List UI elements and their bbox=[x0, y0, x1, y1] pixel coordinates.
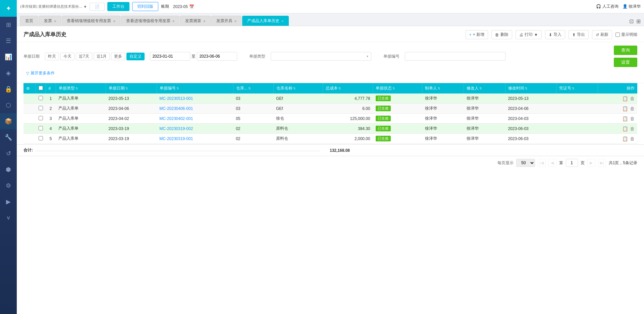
refresh-btn[interactable]: ↺ 刷新 bbox=[592, 30, 612, 39]
row-number-link[interactable]: MC-20230319-001 bbox=[159, 136, 193, 141]
switch-btn[interactable]: 切到旧版 bbox=[132, 2, 158, 11]
tab-check-input-close[interactable]: × bbox=[172, 19, 174, 23]
page-number-input[interactable] bbox=[566, 159, 578, 167]
row-delete-icon[interactable]: 🗑 bbox=[630, 106, 635, 111]
custom-date-btn[interactable]: 自定义 bbox=[126, 53, 145, 60]
tab-product-inbound-close[interactable]: × bbox=[281, 19, 283, 23]
sidebar-item-tools[interactable]: 🔧 bbox=[0, 129, 17, 145]
last1month-btn[interactable]: 近1月 bbox=[94, 53, 110, 60]
show-detail-checkbox[interactable] bbox=[615, 33, 620, 37]
row-delete-icon[interactable]: 🗑 bbox=[630, 126, 635, 131]
import-btn[interactable]: ⬇ 导入 bbox=[545, 30, 565, 39]
row-checkbox-cell[interactable] bbox=[36, 93, 46, 104]
row-checkbox[interactable] bbox=[39, 136, 43, 140]
th-checkbox[interactable] bbox=[36, 83, 46, 93]
last-page-btn[interactable]: ▶| bbox=[598, 159, 606, 167]
th-status[interactable]: 单据状态⇅ bbox=[373, 83, 422, 93]
date-from-input[interactable] bbox=[150, 52, 190, 61]
yesterday-btn[interactable]: 昨天 bbox=[45, 53, 59, 60]
number-filter-input[interactable] bbox=[405, 52, 505, 61]
sidebar-item-refresh[interactable]: ↺ bbox=[0, 145, 17, 162]
row-checkbox[interactable] bbox=[39, 106, 43, 110]
row-edit-icon[interactable]: 📋 bbox=[622, 136, 628, 141]
th-total-cost[interactable]: 总成本⇅ bbox=[323, 83, 373, 93]
row-edit-icon[interactable]: 📋 bbox=[622, 116, 628, 121]
next-page-btn[interactable]: ▶ bbox=[587, 159, 595, 167]
th-warehouse-name[interactable]: 仓库名称⇅ bbox=[273, 83, 323, 93]
tab-check-sales-close[interactable]: × bbox=[113, 19, 115, 23]
row-delete-icon[interactable]: 🗑 bbox=[630, 96, 635, 101]
th-creator[interactable]: 制单人⇅ bbox=[422, 83, 464, 93]
tab-product-inbound[interactable]: 产成品入库单历史 × bbox=[242, 16, 288, 26]
tab-invoice-calc[interactable]: 发票测算 × bbox=[180, 16, 210, 26]
th-date[interactable]: 单据日期⇅ bbox=[106, 83, 157, 93]
row-edit-icon[interactable]: 📋 bbox=[622, 126, 628, 131]
sidebar-item-settings[interactable]: ⚙ bbox=[0, 178, 17, 194]
row-number-link[interactable]: MC-20230402-001 bbox=[159, 116, 193, 121]
sidebar-item-version[interactable]: V bbox=[0, 210, 17, 226]
sidebar-item-video[interactable]: ▶ bbox=[0, 194, 17, 210]
row-number-link[interactable]: MC-20230406-001 bbox=[159, 106, 193, 111]
new-btn[interactable]: + + 新增 bbox=[466, 30, 488, 39]
tab-invoice-open-close[interactable]: × bbox=[234, 19, 236, 23]
app-logo[interactable]: ✦ bbox=[0, 0, 17, 17]
row-number-link[interactable]: MC-20230513-001 bbox=[159, 96, 193, 101]
sidebar-item-home[interactable]: ⊞ bbox=[0, 17, 17, 33]
document-btn[interactable]: 📄 bbox=[90, 3, 105, 11]
row-edit-icon[interactable]: 📋 bbox=[622, 96, 628, 101]
tab-home[interactable]: 首页 bbox=[20, 16, 38, 26]
th-modify-time[interactable]: 修改时间⇅ bbox=[505, 83, 556, 93]
tab-check-input-vat[interactable]: 查看进项增值税专用发票 × bbox=[121, 16, 179, 26]
select-all-checkbox[interactable] bbox=[39, 86, 43, 90]
th-number[interactable]: 单据编号⇅ bbox=[157, 83, 233, 93]
row-number[interactable]: MC-20230513-001 bbox=[157, 93, 233, 104]
delete-btn[interactable]: 🗑 删除 bbox=[491, 30, 512, 39]
th-num[interactable]: # bbox=[46, 83, 56, 93]
set-btn[interactable]: 设置 bbox=[614, 58, 637, 67]
page-size-select[interactable]: 50 100 200 bbox=[516, 159, 535, 167]
query-btn[interactable]: 查询 bbox=[614, 46, 637, 55]
type-select[interactable] bbox=[271, 52, 371, 61]
today-btn[interactable]: 今天 bbox=[60, 53, 74, 60]
row-checkbox-cell[interactable] bbox=[36, 104, 46, 114]
customer-service[interactable]: 🎧 人工咨询 bbox=[596, 4, 618, 9]
th-modifier[interactable]: 修改人⇅ bbox=[464, 83, 505, 93]
sidebar-item-lock[interactable]: 🔒 bbox=[0, 81, 17, 97]
tab-invoice-open[interactable]: 发票开具 × bbox=[211, 16, 241, 26]
row-number[interactable]: MC-20230319-001 bbox=[157, 134, 233, 144]
prev-page-btn[interactable]: ◀ bbox=[548, 159, 556, 167]
first-page-btn[interactable]: |◀ bbox=[538, 159, 546, 167]
row-checkbox-cell[interactable] bbox=[36, 124, 46, 134]
row-checkbox[interactable] bbox=[39, 116, 43, 120]
more-date-btn[interactable]: 更多 bbox=[111, 53, 125, 60]
row-checkbox-cell[interactable] bbox=[36, 134, 46, 144]
sidebar-item-doc[interactable]: ☰ bbox=[0, 33, 17, 49]
show-detail-label[interactable]: 显示明细 bbox=[615, 32, 637, 38]
company-name[interactable]: (库存核算) 直播轻绑通信息技术股份... ▼ bbox=[20, 4, 87, 9]
row-number[interactable]: MC-20230319-002 bbox=[157, 124, 233, 134]
row-checkbox-cell[interactable] bbox=[36, 114, 46, 124]
sidebar-item-product[interactable]: 📦 bbox=[0, 113, 17, 129]
row-edit-icon[interactable]: 📋 bbox=[622, 106, 628, 111]
row-number[interactable]: MC-20230402-001 bbox=[157, 114, 233, 124]
tab-invoice[interactable]: 发票 × bbox=[39, 16, 61, 26]
tab-invoice-calc-close[interactable]: × bbox=[203, 19, 205, 23]
print-btn[interactable]: 🖨 打印 ▼ bbox=[516, 30, 542, 39]
date-to-input[interactable] bbox=[197, 52, 237, 61]
th-voucher[interactable]: 凭证号⇅ bbox=[556, 83, 598, 93]
sidebar-item-diamond[interactable]: ◈ bbox=[0, 65, 17, 81]
workbench-btn[interactable]: 工作台 bbox=[107, 2, 129, 11]
last7days-btn[interactable]: 近7天 bbox=[76, 53, 92, 60]
minimize-icon[interactable]: ⊡ bbox=[629, 18, 634, 24]
th-settings[interactable]: ⚙ bbox=[23, 83, 36, 93]
tab-check-sales-vat[interactable]: 查看销项增值税专用发票 × bbox=[62, 16, 120, 26]
expand-conditions-btn[interactable]: ▽ 展开更多条件 bbox=[23, 69, 57, 77]
tab-invoice-close[interactable]: × bbox=[54, 19, 56, 23]
row-number[interactable]: MC-20230406-001 bbox=[157, 104, 233, 114]
row-delete-icon[interactable]: 🗑 bbox=[630, 116, 635, 121]
row-checkbox[interactable] bbox=[39, 96, 43, 100]
sidebar-item-chart[interactable]: 📊 bbox=[0, 49, 17, 65]
row-checkbox[interactable] bbox=[39, 126, 43, 130]
maximize-icon[interactable]: ⊞ bbox=[636, 18, 641, 24]
sidebar-item-hex2[interactable]: ⬢ bbox=[0, 162, 17, 178]
